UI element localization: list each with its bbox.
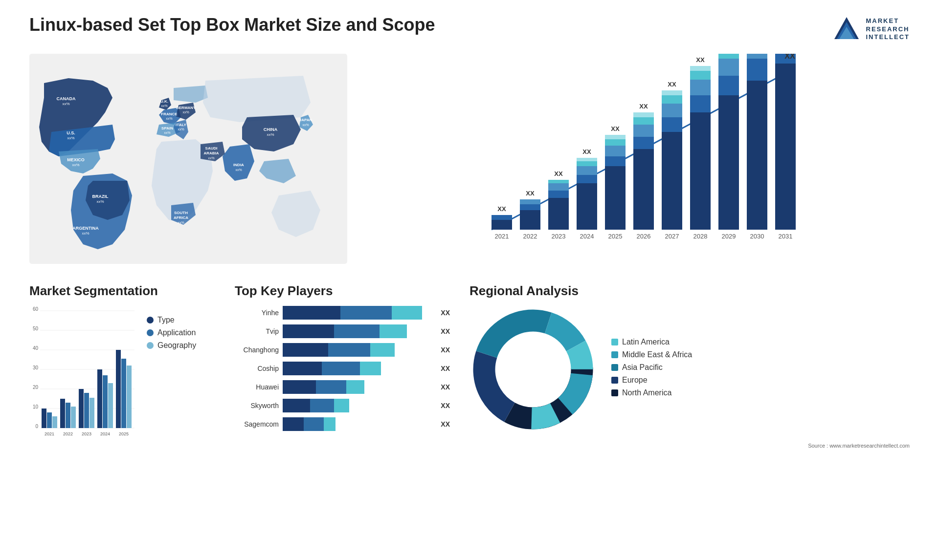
svg-text:2028: 2028 [693,233,708,240]
svg-text:CHINA: CHINA [264,127,278,132]
regional-title: Regional Analysis [470,283,910,299]
svg-rect-118 [47,412,52,428]
svg-text:xx%: xx% [267,132,274,137]
svg-text:xx%: xx% [62,102,69,106]
svg-text:2026: 2026 [637,233,651,240]
svg-text:xx%: xx% [302,123,309,127]
segmentation-chart: 0 10 20 30 40 50 60 [29,306,137,443]
svg-text:2021: 2021 [495,233,509,240]
list-item: Sagemcom XX [235,417,450,431]
svg-rect-88 [718,95,739,230]
svg-text:60: 60 [33,306,39,312]
svg-text:CANADA: CANADA [57,96,76,101]
legend-type: Type [147,316,196,324]
svg-rect-56 [577,161,597,166]
key-players-section: Top Key Players Yinhe XX Tvip [235,283,450,498]
svg-rect-133 [116,350,121,428]
svg-text:2021: 2021 [45,431,54,436]
svg-rect-93 [747,81,767,230]
svg-rect-131 [108,383,113,428]
svg-text:XX: XX [526,190,535,197]
svg-rect-42 [520,210,540,230]
svg-text:2024: 2024 [580,233,594,240]
segmentation-section: Market Segmentation 0 10 20 30 40 50 60 [29,283,215,498]
svg-text:XX: XX [753,54,761,55]
regional-section: Regional Analysis [470,283,910,498]
content-top: CANADA xx% U.S. xx% MEXICO xx% BRAZIL xx… [29,54,910,269]
logo-text: MARKET RESEARCH INTELLECT [866,17,910,42]
segmentation-legend: Type Application Geography [147,316,196,354]
donut-chart [470,306,597,433]
svg-text:xx%: xx% [178,221,184,224]
svg-text:XX: XX [497,205,506,213]
header: Linux-based Set Top Box Market Size and … [29,15,910,44]
svg-rect-53 [577,183,597,230]
application-dot [147,329,154,336]
key-players-title: Top Key Players [235,283,450,299]
svg-text:xx%: xx% [208,156,214,160]
svg-rect-125 [79,389,84,428]
svg-text:xx%: xx% [182,110,189,114]
legend-middle-east: Middle East & Africa [611,350,692,359]
legend-type-label: Type [157,316,175,324]
svg-rect-89 [718,76,739,95]
svg-rect-69 [633,125,654,137]
svg-rect-60 [605,166,626,230]
svg-rect-76 [662,104,682,117]
svg-rect-130 [103,375,108,428]
svg-rect-134 [121,359,126,428]
svg-text:40: 40 [33,345,39,351]
svg-text:ITALY: ITALY [176,123,186,127]
svg-rect-117 [42,409,46,428]
svg-rect-43 [520,204,540,210]
svg-text:GERMANY: GERMANY [176,106,197,110]
growth-bar-chart: 2021 XX 2022 XX 2023 XX [377,54,910,259]
svg-rect-90 [718,59,739,76]
svg-rect-61 [605,156,626,166]
svg-rect-75 [662,117,682,132]
list-item: Huawei XX [235,380,450,394]
legend-geography-label: Geography [157,341,196,350]
svg-rect-78 [662,90,682,95]
svg-text:XX: XX [724,54,733,55]
svg-rect-38 [492,220,512,230]
svg-rect-67 [633,149,654,230]
svg-text:XX: XX [554,170,563,177]
geography-dot [147,342,154,349]
svg-text:2025: 2025 [608,233,623,240]
svg-rect-121 [60,399,65,428]
world-map-section: CANADA xx% U.S. xx% MEXICO xx% BRAZIL xx… [29,54,347,269]
svg-text:2031: 2031 [779,233,793,240]
svg-text:2023: 2023 [552,233,566,240]
svg-rect-85 [690,66,711,71]
svg-rect-122 [66,403,70,428]
svg-text:INDIA: INDIA [233,163,244,167]
legend-asia-pacific: Asia Pacific [611,363,692,372]
list-item: Tvip XX [235,324,450,338]
latin-america-label: Latin America [622,338,670,346]
page-container: Linux-based Set Top Box Market Size and … [0,0,939,560]
svg-rect-44 [520,199,540,204]
svg-text:BRAZIL: BRAZIL [92,194,109,199]
list-item: Yinhe XX [235,306,450,320]
svg-rect-39 [492,215,512,220]
svg-text:AFRICA: AFRICA [174,215,188,220]
svg-text:30: 30 [33,365,39,370]
world-map-svg: CANADA xx% U.S. xx% MEXICO xx% BRAZIL xx… [29,54,347,264]
regional-legend: Latin America Middle East & Africa Asia … [611,338,692,401]
svg-text:xx%: xx% [166,117,172,120]
svg-rect-49 [548,183,569,191]
list-item: Changhong XX [235,343,450,357]
svg-text:XX: XX [611,125,620,132]
svg-rect-50 [548,180,569,183]
svg-text:SAUDI: SAUDI [205,146,218,151]
svg-rect-68 [633,137,654,149]
svg-text:xx%: xx% [178,128,184,131]
legend-north-america: North America [611,388,692,397]
logo-container: MARKET RESEARCH INTELLECT [832,15,910,44]
svg-rect-71 [633,112,654,117]
svg-text:U.K.: U.K. [160,99,168,104]
legend-latin-america: Latin America [611,338,692,346]
europe-label: Europe [622,376,648,385]
svg-text:MEXICO: MEXICO [67,157,85,162]
